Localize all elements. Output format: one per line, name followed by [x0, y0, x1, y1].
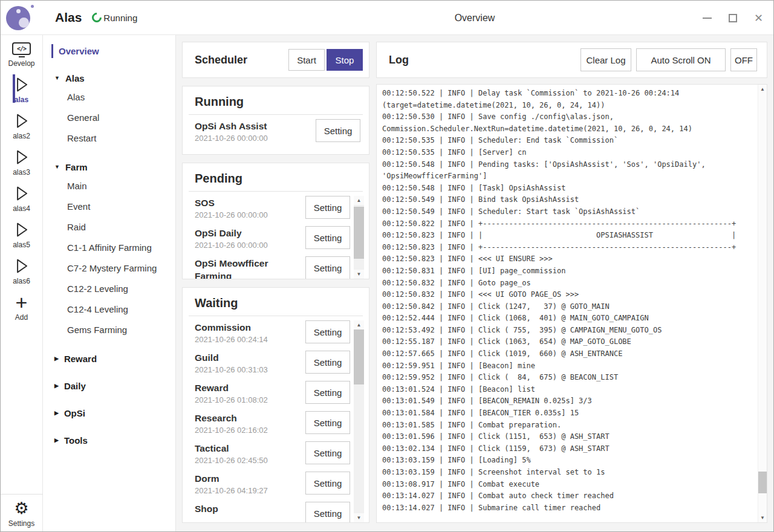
task-row: Reward 2021-10-26 01:08:02 Setting — [195, 381, 350, 411]
menu-item-overview[interactable]: Overview — [43, 42, 175, 59]
pending-scrollbar[interactable]: ▲ ▼ — [354, 196, 364, 279]
task-info: OpSi Meowfficer Farming — [195, 256, 305, 279]
sidebar-instance[interactable]: alas4 — [13, 184, 30, 213]
menu-item[interactable]: C7-2 Mystery Farming — [43, 258, 175, 278]
task-setting-button[interactable]: Setting — [316, 119, 360, 142]
scroll-up-arrow-icon[interactable]: ▲ — [354, 196, 364, 205]
group-arrow-icon: ▶ — [54, 355, 59, 362]
scrollbar-track[interactable] — [354, 205, 364, 270]
titlebar: Alas Running Overview ✕ — [1, 1, 773, 35]
task-row: Dorm 2021-10-26 04:19:27 Setting — [195, 472, 350, 502]
menu-item[interactable]: General — [43, 107, 175, 128]
task-name: Tactical — [195, 442, 301, 455]
instance-label: alas6 — [13, 277, 30, 285]
task-setting-button[interactable]: Setting — [305, 381, 350, 404]
menu-item[interactable]: C1-1 Affinity Farming — [43, 237, 175, 258]
divider — [189, 316, 363, 316]
sidebar-item-develop[interactable]: </> Develop — [1, 42, 42, 68]
log-line: 00:13:03.159 | INFO | Screenshot interva… — [382, 467, 756, 479]
log-line: 00:12:50.530 | INFO | Save config ./conf… — [382, 111, 756, 123]
task-name: Research — [195, 412, 301, 424]
menu-item[interactable]: Alas — [43, 86, 175, 107]
menu-group-header[interactable]: ▼ Farm — [43, 158, 175, 175]
scrollbar-thumb[interactable] — [354, 207, 364, 259]
menu-item[interactable]: Event — [43, 196, 175, 216]
task-info: OpSi Daily 2021-10-26 00:00:00 — [195, 226, 305, 250]
task-next-run-time: 2021-10-26 02:45:50 — [195, 456, 305, 465]
scrollbar-thumb[interactable] — [354, 329, 364, 384]
menu-item[interactable]: Gems Farming — [43, 319, 175, 340]
menu-group-header[interactable]: ▶ Daily — [43, 377, 175, 394]
task-setting-button[interactable]: Setting — [305, 196, 350, 219]
task-setting-button[interactable]: Setting — [305, 411, 350, 434]
content-area: Scheduler Start Stop Running OpSi Ash As… — [176, 35, 773, 531]
clear-log-button[interactable]: Clear Log — [580, 48, 631, 71]
menu-group-header[interactable]: ▶ OpSi — [43, 404, 175, 421]
task-next-run-time: 2021-10-26 02:16:02 — [195, 426, 305, 435]
scroll-down-arrow-icon[interactable]: ▼ — [354, 513, 364, 522]
menu-group-header[interactable]: ▶ Tools — [43, 432, 175, 449]
instance-label: alas — [15, 96, 28, 104]
scroll-down-arrow-icon[interactable]: ▼ — [758, 513, 767, 522]
task-next-run-time: 2021-10-26 04:19:27 — [195, 486, 305, 495]
task-setting-button[interactable]: Setting — [305, 472, 350, 495]
sidebar-instance[interactable]: alas2 — [13, 112, 30, 140]
menu-item[interactable]: Main — [43, 175, 175, 196]
scrollbar-track[interactable] — [758, 94, 767, 513]
menu-item[interactable]: Restart — [43, 128, 175, 148]
start-button[interactable]: Start — [288, 49, 325, 71]
log-line: 00:12:59.952 | INFO | Click ( 84, 675) @… — [382, 372, 756, 384]
menu-group-label: Tools — [64, 435, 88, 446]
menu-item-label: C1-1 Affinity Farming — [67, 242, 152, 253]
task-next-run-time: 2021-10-26 00:24:14 — [195, 335, 305, 344]
log-line: Commission.Scheduler.NextRun=datetime.da… — [382, 123, 756, 135]
log-line: 00:12:50.548 | INFO | [Task] OpsiAshAssi… — [382, 183, 756, 195]
auto-scroll-off-button[interactable]: OFF — [730, 48, 757, 71]
minimize-icon[interactable] — [703, 18, 712, 19]
sidebar-item-add[interactable]: + Add — [1, 293, 42, 322]
menu-item[interactable]: C12-2 Leveling — [43, 278, 175, 299]
develop-label: Develop — [8, 59, 34, 68]
task-info: Shop — [195, 502, 305, 516]
task-info: Reward 2021-10-26 01:08:02 — [195, 381, 305, 404]
sidebar-instance[interactable]: alas3 — [13, 148, 30, 177]
menu-group-header[interactable]: ▶ Reward — [43, 350, 175, 367]
task-setting-button[interactable]: Setting — [305, 320, 350, 343]
log-scrollbar[interactable]: ▲ ▼ — [758, 85, 767, 522]
task-setting-button[interactable]: Setting — [305, 502, 350, 522]
task-setting-button[interactable]: Setting — [305, 441, 350, 464]
task-setting-button[interactable]: Setting — [305, 351, 350, 374]
scheduler-status-label: Running — [103, 13, 137, 23]
task-info: Research 2021-10-26 02:16:02 — [195, 411, 305, 435]
close-icon[interactable]: ✕ — [754, 13, 763, 24]
running-section: Running OpSi Ash Assist 2021-10-26 00:00… — [182, 86, 369, 155]
scrollbar-thumb[interactable] — [758, 472, 767, 493]
auto-scroll-on-button[interactable]: Auto Scroll ON — [636, 48, 726, 71]
task-setting-button[interactable]: Setting — [305, 226, 350, 249]
sidebar-instance[interactable]: alas — [13, 76, 30, 104]
waiting-scrollbar[interactable]: ▲ ▼ — [354, 320, 364, 522]
instance-sidebar: </> Develop alas alas2 alas3 alas4 — [1, 35, 43, 531]
sidebar-item-settings[interactable]: ⚙ Settings — [1, 500, 42, 528]
maximize-icon[interactable] — [729, 14, 737, 22]
sidebar-instance[interactable]: alas6 — [13, 257, 30, 285]
log-line: 00:12:50.549 | INFO | Scheduler: Start t… — [382, 206, 756, 218]
scrollbar-track[interactable] — [354, 329, 364, 513]
log-line: 00:12:50.823 | INFO | <<< UI ENSURE >>> — [382, 253, 756, 265]
task-name: OpSi Ash Assist — [195, 120, 301, 132]
log-line: 00:13:01.585 | INFO | Combat preparation… — [382, 420, 756, 432]
menu-group-header[interactable]: ▼ Alas — [43, 70, 175, 86]
sidebar-instance[interactable]: alas5 — [13, 221, 30, 249]
task-setting-button[interactable]: Setting — [305, 256, 350, 279]
scroll-up-arrow-icon[interactable]: ▲ — [354, 320, 364, 329]
scroll-up-arrow-icon[interactable]: ▲ — [758, 85, 767, 94]
stop-button[interactable]: Stop — [327, 49, 363, 71]
task-next-run-time: 2021-10-26 00:31:03 — [195, 365, 305, 374]
pending-section-title: Pending — [195, 172, 357, 186]
menu-item[interactable]: C12-4 Leveling — [43, 299, 175, 319]
menu-item-label: Gems Farming — [67, 325, 127, 335]
menu-item[interactable]: Raid — [43, 216, 175, 237]
scroll-down-arrow-icon[interactable]: ▼ — [354, 270, 364, 279]
settings-label: Settings — [8, 519, 34, 528]
task-name: SOS — [195, 196, 301, 209]
